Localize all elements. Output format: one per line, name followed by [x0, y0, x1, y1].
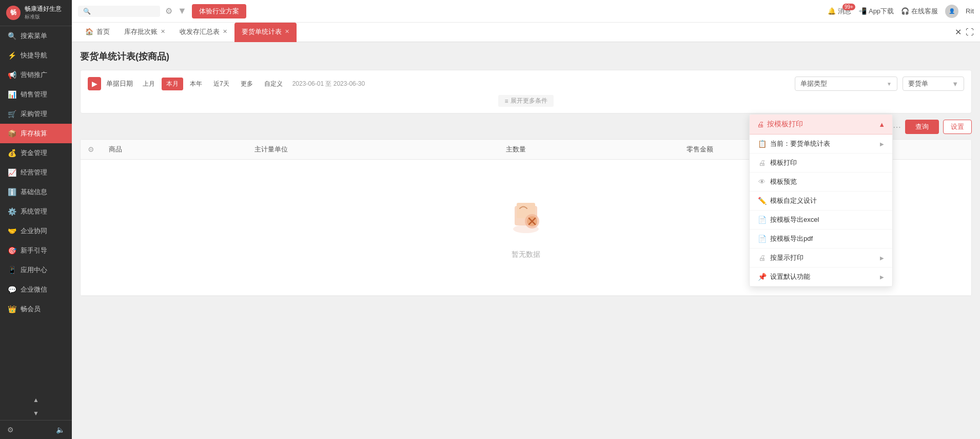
sidebar-item-label: 库存核算 [21, 129, 47, 138]
tab-receipts-summary[interactable]: 收发存汇总表 ✕ [172, 23, 234, 42]
marketing-icon: 📢 [7, 71, 16, 79]
sidebar-item-enterprise[interactable]: 🤝 企业协同 [0, 221, 72, 241]
dropdown-item-set-default-label: 设置默认功能 [770, 272, 810, 281]
sidebar-item-label: 新手引导 [21, 246, 47, 255]
filter-date-last-7days[interactable]: 近7天 [209, 78, 234, 90]
sidebar-item-search[interactable]: 🔍 搜索菜单 [0, 26, 72, 46]
sidebar-item-guide[interactable]: 🎯 新手引导 [0, 241, 72, 260]
message-badge: 99+ [842, 4, 855, 10]
filter-expand-more-button[interactable]: ≡ 展开更多条件 [498, 95, 553, 107]
trial-button[interactable]: 体验行业方案 [192, 4, 246, 18]
message-button[interactable]: 🔔 消息 99+ [828, 7, 851, 16]
tab-close-receipts-summary[interactable]: ✕ [223, 28, 227, 35]
tabs-bar: 🏠 首页 库存批次账 ✕ 收发存汇总表 ✕ 要货单统计表 ✕ ✕ ⛶ [72, 23, 980, 42]
tabs-actions: ✕ ⛶ [955, 27, 974, 37]
topbar-dropdown-icon[interactable]: ▼ [178, 6, 187, 16]
home-icon: 🏠 [85, 28, 93, 35]
tab-expand-icon[interactable]: ⛶ [966, 28, 974, 37]
table-header-quantity: 主数量 [499, 140, 680, 160]
app-download-button[interactable]: 📲 App下载 [858, 7, 894, 16]
sidebar-nav: 🔍 搜索菜单 ⚡ 快捷导航 📢 营销推广 📊 销售管理 🛒 采购管理 📦 库存核… [0, 26, 72, 393]
dropdown-item-pdf-label: 按模板导出pdf [770, 234, 813, 243]
expand-more-label: 展开更多条件 [511, 97, 547, 105]
filter-date-range: 2023-06-01 至 2023-06-30 [292, 80, 365, 88]
dropdown-item-display-print-left: 🖨 按显示打印 [758, 253, 803, 262]
bell-icon: 🔔 [828, 7, 836, 15]
sidebar-scroll-up[interactable]: ▲ [0, 393, 72, 407]
sidebar-scroll-down[interactable]: ▼ [0, 407, 72, 420]
column-settings-icon[interactable]: ⚙ [88, 145, 94, 154]
more-options-icon[interactable]: ⋯ [893, 122, 901, 132]
table-header-settings[interactable]: ⚙ [81, 140, 102, 160]
sidebar-brand: 畅康通好生意 标准版 [25, 5, 62, 21]
dropdown-item-template-preview[interactable]: 👁 模板预览 [750, 173, 892, 192]
tab-home[interactable]: 🏠 首页 [78, 23, 117, 42]
sales-icon: 📊 [7, 90, 16, 99]
user-avatar[interactable]: 👤 [945, 5, 958, 18]
sidebar-item-purchase[interactable]: 🛒 采购管理 [0, 104, 72, 124]
dropdown-item-excel-label: 按模板导出excel [770, 215, 819, 224]
sidebar-item-wechat[interactable]: 💬 企业微信 [0, 280, 72, 299]
sidebar-item-sales[interactable]: 📊 销售管理 [0, 85, 72, 104]
dropdown-item-template-print[interactable]: 🖨 模板打印 [750, 154, 892, 173]
dropdown-item-template-custom-label: 模板自定义设计 [770, 196, 817, 205]
set-default-arrow-icon: ▶ [880, 274, 884, 280]
order-status-filter[interactable]: 要货单 ▼ [903, 77, 964, 91]
operations-icon: 📈 [7, 168, 16, 177]
filter-date-more[interactable]: 更多 [236, 78, 258, 90]
online-service-button[interactable]: 🎧 在线客服 [901, 7, 938, 16]
dropdown-item-current-label: 当前：要货单统计表 [770, 139, 830, 148]
dropdown-item-display-print[interactable]: 🖨 按显示打印 ▶ [750, 249, 892, 268]
tab-order-stats[interactable]: 要货单统计表 ✕ [234, 23, 297, 42]
filter-date-current-month[interactable]: 本月 [162, 78, 183, 90]
username-label: Rit [966, 7, 974, 15]
tab-inventory-batch[interactable]: 库存批次账 ✕ [117, 23, 172, 42]
tab-close-order-stats[interactable]: ✕ [285, 28, 289, 35]
sidebar-item-marketing[interactable]: 📢 营销推广 [0, 65, 72, 85]
query-button[interactable]: 查询 [905, 120, 939, 134]
dropdown-item-arrow-icon: ▶ [880, 141, 884, 147]
filter-card: ▶ 单据日期 上月 本月 本年 近7天 更多 自定义 2023-06-01 至 … [80, 70, 972, 113]
inventory-icon: 📦 [7, 129, 16, 138]
basics-icon: ℹ️ [7, 188, 16, 196]
footer-settings-icon[interactable]: ⚙ [7, 426, 14, 434]
sidebar-item-app-center[interactable]: 📱 应用中心 [0, 260, 72, 280]
sidebar-item-operations[interactable]: 📈 经营管理 [0, 163, 72, 182]
settings-button[interactable]: 设置 [943, 120, 972, 134]
sidebar-item-basics[interactable]: ℹ️ 基础信息 [0, 182, 72, 202]
excel-icon: 📄 [758, 216, 766, 224]
dropdown-item-template-custom[interactable]: ✏️ 模板自定义设计 [750, 192, 892, 211]
topbar-right: 🔔 消息 99+ 📲 App下载 🎧 在线客服 👤 Rit [828, 5, 974, 18]
dropdown-item-template-export-pdf[interactable]: 📄 按模板导出pdf [750, 230, 892, 249]
sidebar-item-system[interactable]: ⚙️ 系统管理 [0, 202, 72, 221]
filter-expand-button[interactable]: ▶ [88, 77, 101, 90]
set-default-icon: 📌 [758, 273, 766, 281]
filter-date-custom[interactable]: 自定义 [260, 78, 287, 90]
filter-date-current-year[interactable]: 本年 [185, 78, 207, 90]
tab-close-all-icon[interactable]: ✕ [955, 27, 962, 37]
sidebar-item-label: 销售管理 [21, 90, 47, 99]
filter-date-group: 上月 本月 本年 近7天 更多 自定义 [138, 78, 287, 90]
filter-date-prev-month[interactable]: 上月 [138, 78, 160, 90]
sidebar-item-finance[interactable]: 💰 资金管理 [0, 143, 72, 163]
topbar-settings-icon[interactable]: ⚙ [165, 6, 172, 16]
template-print-dropdown: 🖨 按模板打印 ▲ 📋 当前：要货单统计表 ▶ 🖨 模板打印 👁 [749, 114, 893, 287]
topbar-search-box[interactable]: 🔍 [78, 6, 160, 17]
tab-close-inventory-batch[interactable]: ✕ [161, 28, 165, 35]
order-type-select[interactable]: 单据类型 ▼ [795, 77, 897, 91]
display-print-icon: 🖨 [758, 254, 766, 262]
expand-more-icon: ≡ [504, 98, 508, 105]
dropdown-item-current[interactable]: 📋 当前：要货单统计表 ▶ [750, 135, 892, 154]
footer-sound-icon[interactable]: 🔈 [56, 426, 65, 434]
sidebar-item-label: 企业协同 [21, 226, 47, 236]
member-icon: 👑 [7, 305, 16, 313]
sidebar-item-inventory[interactable]: 📦 库存核算 [0, 124, 72, 143]
dropdown-item-template-export-excel[interactable]: 📄 按模板导出excel [750, 211, 892, 230]
sidebar-item-label: 资金管理 [21, 148, 47, 158]
sidebar-item-member[interactable]: 👑 畅会员 [0, 299, 72, 319]
dropdown-item-set-default[interactable]: 📌 设置默认功能 ▶ [750, 268, 892, 287]
content-area: 要货单统计表(按商品) ▶ 单据日期 上月 本月 本年 近7天 更多 自定义 2… [72, 42, 980, 439]
sidebar-item-quick-nav[interactable]: ⚡ 快捷导航 [0, 46, 72, 65]
avatar-icon: 👤 [949, 8, 955, 14]
dropdown-header-arrow-icon[interactable]: ▲ [878, 121, 885, 128]
